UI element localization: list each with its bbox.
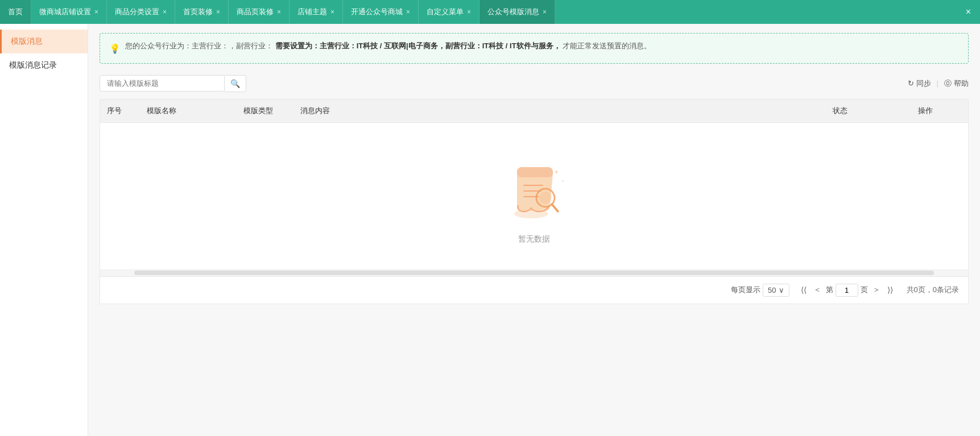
page-nav: ⟨⟨ ＜ 第 页 ＞ ⟩⟩ xyxy=(799,284,895,297)
table-header: 序号 模版名称 模版类型 消息内容 状态 操作 xyxy=(100,99,968,123)
close-tab-template-msg[interactable]: × xyxy=(543,8,547,16)
th-op: 操作 xyxy=(911,99,968,122)
nav-tab-template-msg[interactable]: 公众号模版消息 × xyxy=(479,0,555,24)
close-tab-custom-menu[interactable]: × xyxy=(467,8,471,16)
scrollbar-track xyxy=(134,271,934,275)
nav-tab-category[interactable]: 商品分类设置 × xyxy=(107,0,175,24)
svg-point-5 xyxy=(539,192,552,204)
last-page-button[interactable]: ⟩⟩ xyxy=(885,284,895,296)
next-page-button[interactable]: ＞ xyxy=(870,284,883,296)
nav-tab-open-mall[interactable]: 开通公众号商城 × xyxy=(343,0,419,24)
page-size-selector: 每页显示 50 ∨ xyxy=(731,284,789,297)
search-right: ↻ 同步 | ⓪ 帮助 xyxy=(908,78,969,89)
search-icon: 🔍 xyxy=(230,79,240,88)
close-tab-open-mall[interactable]: × xyxy=(406,8,410,16)
svg-text:✦: ✦ xyxy=(561,179,565,183)
notice-box: 💡 您的公众号行业为：主营行业：，副营行业： 需要设置为：主营行业：IT科技 /… xyxy=(100,33,969,64)
close-tab-home-decor[interactable]: × xyxy=(216,8,220,16)
close-tab-theme[interactable]: × xyxy=(330,8,334,16)
notice-icon: 💡 xyxy=(109,41,121,56)
empty-text: 暂无数据 xyxy=(518,234,550,244)
th-name: 模版名称 xyxy=(140,99,237,122)
th-status: 状态 xyxy=(826,99,911,122)
page-number-input[interactable] xyxy=(836,284,858,297)
help-button[interactable]: ⓪ 帮助 xyxy=(944,78,969,89)
content-area: 💡 您的公众号行业为：主营行业：，副营行业： 需要设置为：主营行业：IT科技 /… xyxy=(88,24,980,436)
first-page-button[interactable]: ⟨⟨ xyxy=(799,284,809,296)
nav-tab-custom-menu[interactable]: 自定义菜单 × xyxy=(419,0,479,24)
top-nav: 首页 微商城店铺设置 × 商品分类设置 × 首页装修 × 商品页装修 × 店铺主… xyxy=(0,0,980,24)
empty-state: ✦ ✦ 暂无数据 xyxy=(100,123,968,267)
search-left: 🔍 xyxy=(100,75,246,92)
divider: | xyxy=(937,79,938,88)
svg-line-6 xyxy=(552,204,558,211)
help-icon: ⓪ xyxy=(944,78,952,89)
close-tab-category[interactable]: × xyxy=(163,8,167,16)
close-all-button[interactable]: × xyxy=(957,7,980,17)
horizontal-scrollbar[interactable] xyxy=(100,269,968,276)
page-label-before: 第 xyxy=(826,285,833,295)
nav-tab-product-decor[interactable]: 商品页装修 × xyxy=(229,0,290,24)
sidebar-item-template-msg-record[interactable]: 模版消息记录 xyxy=(0,53,88,77)
sidebar: 模版消息 模版消息记录 xyxy=(0,24,88,436)
nav-tab-home-decor[interactable]: 首页装修 × xyxy=(175,0,229,24)
th-type: 模版类型 xyxy=(237,99,293,122)
sync-button[interactable]: ↻ 同步 xyxy=(908,78,931,89)
close-tab-product-decor[interactable]: × xyxy=(277,8,281,16)
main-layout: 模版消息 模版消息记录 💡 您的公众号行业为：主营行业：，副营行业： 需要设置为… xyxy=(0,24,980,436)
data-table: 序号 模版名称 模版类型 消息内容 状态 操作 xyxy=(100,99,969,304)
notice-text: 您的公众号行业为：主营行业：，副营行业： 需要设置为：主营行业：IT科技 / 互… xyxy=(125,40,651,52)
search-bar: 🔍 ↻ 同步 | ⓪ 帮助 xyxy=(100,75,969,92)
total-info: 共0页，0条记录 xyxy=(907,285,959,295)
th-seq: 序号 xyxy=(100,99,140,122)
th-content: 消息内容 xyxy=(293,99,826,122)
nav-tab-home[interactable]: 首页 xyxy=(0,0,31,24)
sidebar-item-template-msg[interactable]: 模版消息 xyxy=(0,30,88,53)
close-tab-shop-settings[interactable]: × xyxy=(94,8,98,16)
search-input[interactable] xyxy=(100,75,225,92)
empty-illustration: ✦ ✦ xyxy=(500,157,568,225)
prev-page-button[interactable]: ＜ xyxy=(811,284,824,296)
svg-text:✦: ✦ xyxy=(554,169,559,175)
pagination: 每页显示 50 ∨ ⟨⟨ ＜ 第 页 ＞ ⟩⟩ 共0页，0条记录 xyxy=(100,276,968,304)
nav-tab-theme[interactable]: 店铺主题 × xyxy=(290,0,343,24)
search-button[interactable]: 🔍 xyxy=(225,75,246,92)
page-size-select-box[interactable]: 50 ∨ xyxy=(763,284,789,297)
nav-tab-shop-settings[interactable]: 微商城店铺设置 × xyxy=(31,0,107,24)
chevron-down-icon: ∨ xyxy=(779,286,784,294)
page-size-label: 每页显示 xyxy=(731,285,760,295)
page-label-after: 页 xyxy=(861,285,868,295)
sync-icon: ↻ xyxy=(908,79,914,88)
page-size-value: 50 xyxy=(768,286,776,294)
